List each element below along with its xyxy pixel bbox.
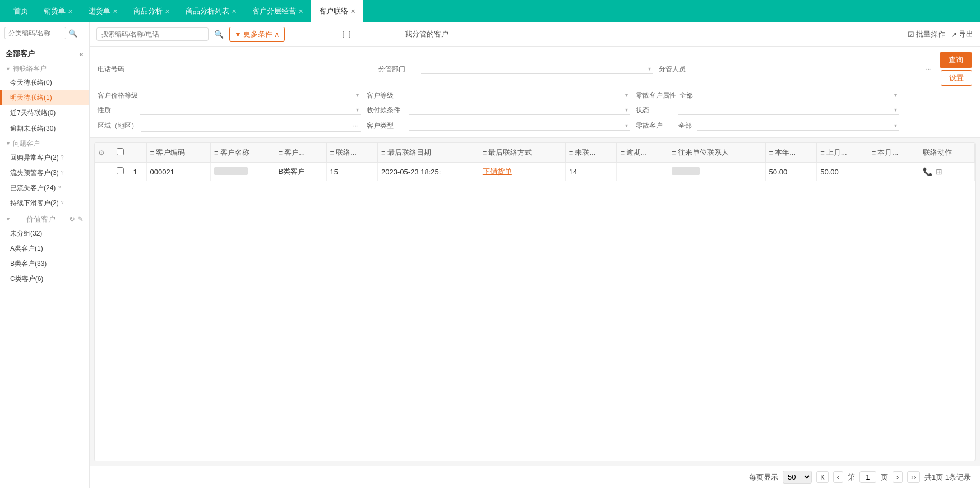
next-page-button[interactable]: › <box>893 471 903 483</box>
filter-phone-label: 电话号码 <box>98 65 137 74</box>
my-customer-checkbox-container: 我分管的客户 <box>290 29 449 39</box>
phone-action-icon[interactable]: 📞 <box>923 167 932 176</box>
nav-product-analysis[interactable]: 商品分析 ✕ <box>126 0 178 22</box>
table-header-row: ⚙ ≡客户编码 ≡客户名称 ≡客户... <box>95 143 975 163</box>
filter-manager-label: 分管人员 <box>659 65 698 74</box>
filter-nature-label: 性质 <box>98 105 137 115</box>
nav-customer-segment[interactable]: 客户分层经营 ✕ <box>244 0 311 22</box>
nav-product-analysis-list[interactable]: 商品分析列表 ✕ <box>178 0 244 22</box>
last-page-button[interactable]: ›› <box>907 471 920 483</box>
query-button[interactable]: 查询 <box>940 52 972 68</box>
nav-close-product-analysis-list[interactable]: ✕ <box>232 8 237 15</box>
action-buttons: 📞 ⊞ <box>923 167 971 176</box>
col-type[interactable]: ≡客户... <box>275 143 326 163</box>
nav-close-product-analysis[interactable]: ✕ <box>165 8 170 15</box>
page-input[interactable] <box>859 471 876 483</box>
col-this-year[interactable]: ≡本年... <box>765 143 817 163</box>
first-page-button[interactable]: К <box>816 471 829 483</box>
filter-customer-level-select[interactable]: ▾ <box>409 90 630 100</box>
col-contacts[interactable]: ≡往来单位联系人 <box>668 143 765 163</box>
filter-nature-select[interactable]: ▾ <box>140 105 361 115</box>
col-not-contact[interactable]: ≡未联... <box>565 143 617 163</box>
sidebar-item-abnormal[interactable]: 回购异常客户(2) ? <box>0 150 89 165</box>
filter-dept-select[interactable]: ▾ <box>421 64 654 74</box>
sidebar-item-decline[interactable]: 持续下滑客户(2) ? <box>0 196 89 211</box>
cell-not-contact: 14 <box>565 163 617 181</box>
value-refresh-icon[interactable]: ↻ <box>69 215 75 223</box>
cell-last-month: 50.00 <box>817 163 868 181</box>
sidebar-item-ungrouped[interactable]: 未分组(32) <box>0 226 89 241</box>
nav-close-sales[interactable]: ✕ <box>68 8 73 15</box>
last-method-link[interactable]: 下销货单 <box>483 167 512 176</box>
col-code[interactable]: ≡客户编码 <box>146 143 211 163</box>
sidebar-item-week[interactable]: 近7天待联络(0) <box>0 105 89 121</box>
filter-manager-select[interactable]: ··· <box>701 63 934 75</box>
batch-operation-button[interactable]: ☑ 批量操作 <box>908 29 945 39</box>
prev-page-button[interactable]: ‹ <box>833 471 843 483</box>
search-bar: 🔍 ▼ 更多条件 ∧ 我分管的客户 ☑ 批量操作 ↗ 导出 <box>90 22 980 47</box>
col-last-method[interactable]: ≡最后联络方式 <box>479 143 565 163</box>
sidebar-item-lost[interactable]: 已流失客户(24) ? <box>0 181 89 196</box>
filter-dept-label: 分管部门 <box>378 65 418 74</box>
sidebar-item-overdue[interactable]: 逾期未联络(30) <box>0 121 89 136</box>
export-button[interactable]: ↗ 导出 <box>951 29 973 39</box>
sidebar-item-typeA[interactable]: A类客户(1) <box>0 241 89 256</box>
col-overdue[interactable]: ≡逾期... <box>617 143 668 163</box>
filter-customer-level-label: 客户等级 <box>367 91 406 100</box>
filter-payment-select[interactable]: ▾ <box>409 105 630 115</box>
col-gear: ⚙ <box>95 143 113 163</box>
select-all-checkbox[interactable] <box>117 148 124 155</box>
column-settings-icon[interactable]: ⚙ <box>98 149 105 157</box>
grid-action-icon[interactable]: ⊞ <box>936 167 942 176</box>
set-button[interactable]: 设置 <box>941 70 972 86</box>
chevron-icon: ∧ <box>274 30 280 39</box>
more-conditions-button[interactable]: ▼ 更多条件 ∧ <box>229 27 285 42</box>
col-last-date[interactable]: ≡最后联络日期 <box>378 143 479 163</box>
filter-status-select[interactable]: ▾ <box>678 105 899 115</box>
sidebar-item-warn[interactable]: 流失预警客户(3) ? <box>0 165 89 181</box>
query-set-buttons: 查询 设置 <box>940 52 972 86</box>
nav-purchase[interactable]: 进货单 ✕ <box>81 0 126 22</box>
content-area: 🔍 ▼ 更多条件 ∧ 我分管的客户 ☑ 批量操作 ↗ 导出 <box>90 22 980 488</box>
col-this-month[interactable]: ≡本月... <box>868 143 919 163</box>
filter-retail-attr-select[interactable]: ▾ <box>699 90 899 100</box>
sidebar-collapse-icon[interactable]: « <box>79 49 84 58</box>
row-checkbox[interactable] <box>117 167 124 174</box>
per-page-select[interactable]: 50 100 200 <box>783 471 812 484</box>
col-name[interactable]: ≡客户名称 <box>211 143 275 163</box>
nav-customer-contact[interactable]: 客户联络 ✕ <box>311 0 363 22</box>
sidebar-all-customers[interactable]: 全部客户 « <box>0 44 89 61</box>
filter-row-2: 客户价格等级 ▾ 客户等级 ▾ 零散客户属性 全部 ▾ <box>98 90 972 100</box>
col-action: 联络动作 <box>919 143 975 163</box>
filter-price-level-select[interactable]: ▾ <box>141 90 361 100</box>
col-last-month[interactable]: ≡上月... <box>817 143 868 163</box>
filter-retail-customer-label: 零散客户 <box>636 121 675 131</box>
search-button[interactable]: 🔍 <box>214 30 224 39</box>
col-contact[interactable]: ≡联络... <box>326 143 378 163</box>
filter-phone-input[interactable] <box>140 63 373 75</box>
export-icon: ↗ <box>951 30 957 39</box>
nav-close-customer-segment[interactable]: ✕ <box>298 8 303 15</box>
my-customer-checkbox[interactable] <box>290 31 403 38</box>
table-wrapper: ⚙ ≡客户编码 ≡客户名称 ≡客户... <box>94 142 976 461</box>
cell-code: 000021 <box>146 163 211 181</box>
filter-customer-type-select[interactable]: ▾ <box>409 121 630 131</box>
value-edit-icon[interactable]: ✎ <box>77 215 84 223</box>
sidebar-item-typeB[interactable]: B类客户(33) <box>0 256 89 271</box>
filter-retail-customer-select[interactable]: ▾ <box>697 121 899 131</box>
sidebar-item-today[interactable]: 今天待联络(0) <box>0 75 89 90</box>
sidebar-item-tomorrow[interactable]: 明天待联络(1) <box>0 90 89 105</box>
cell-last-date: 2023-05-23 18:25: <box>378 163 479 181</box>
cell-overdue <box>617 163 668 181</box>
nav-sales[interactable]: 销货单 ✕ <box>36 0 81 22</box>
filter-region-select[interactable]: ··· <box>141 119 361 132</box>
total-label: 共1页 1条记录 <box>924 472 971 482</box>
search-input[interactable] <box>96 27 209 41</box>
sidebar-item-typeC[interactable]: C类客户(6) <box>0 271 89 287</box>
nav-close-customer-contact[interactable]: ✕ <box>350 8 355 15</box>
sidebar-search-input[interactable] <box>4 27 66 39</box>
nav-home[interactable]: 首页 <box>6 0 36 22</box>
filter-manager: 分管人员 ··· <box>659 63 934 75</box>
nav-close-purchase[interactable]: ✕ <box>113 8 118 15</box>
sidebar-search-icon[interactable]: 🔍 <box>68 29 77 38</box>
